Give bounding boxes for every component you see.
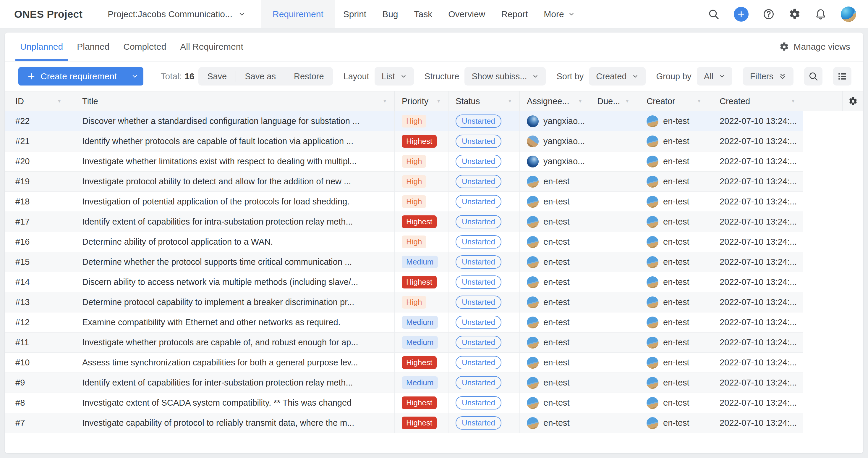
table-row[interactable]: #7Investigate capability of protocol to …	[5, 413, 803, 433]
cell-assignee[interactable]: en-test	[520, 272, 590, 292]
cell-due[interactable]	[590, 393, 637, 413]
create-requirement-button[interactable]: Create requirement	[18, 67, 144, 86]
cell-priority[interactable]: Highest	[395, 353, 448, 372]
nav-tab-overview[interactable]: Overview	[440, 0, 493, 28]
nav-tab-sprint[interactable]: Sprint	[335, 0, 374, 28]
cell-status[interactable]: Unstarted	[448, 333, 520, 352]
detail-view-button[interactable]	[833, 67, 851, 86]
column-header-created[interactable]: Created▼	[709, 91, 803, 111]
cell-assignee[interactable]: yangxiao...	[520, 132, 590, 151]
cell-assignee[interactable]: en-test	[520, 252, 590, 272]
table-row[interactable]: #10Assess time synchronization capabilit…	[5, 353, 803, 373]
cell-priority[interactable]: Medium	[395, 312, 448, 332]
cell-title[interactable]: Examine compatibility with Ethernet and …	[69, 312, 395, 332]
cell-priority[interactable]: High	[395, 111, 448, 131]
nav-tab-more[interactable]: More	[536, 0, 582, 28]
view-tab-planned[interactable]: Planned	[77, 32, 110, 61]
view-tab-all-requirement[interactable]: All Requirement	[180, 32, 243, 61]
cell-status[interactable]: Unstarted	[448, 353, 520, 372]
search-icon[interactable]	[708, 8, 720, 20]
view-tab-unplanned[interactable]: Unplanned	[20, 32, 63, 61]
structure-dropdown[interactable]: Show subiss...	[464, 67, 546, 86]
cell-status[interactable]: Unstarted	[448, 111, 520, 131]
cell-due[interactable]	[590, 172, 637, 192]
cell-title[interactable]: Identify extent of capabilities for inte…	[69, 373, 395, 393]
cell-due[interactable]	[590, 292, 637, 312]
layout-dropdown[interactable]: List	[375, 67, 414, 86]
nav-tab-task[interactable]: Task	[406, 0, 440, 28]
table-row[interactable]: #8Investigate extent of SCADA system com…	[5, 393, 803, 413]
cell-assignee[interactable]: en-test	[520, 192, 590, 211]
cell-due[interactable]	[590, 111, 637, 131]
cell-title[interactable]: Investigate whether protocols are capabl…	[69, 333, 395, 352]
cell-assignee[interactable]: yangxiao...	[520, 151, 590, 171]
cell-title[interactable]: Investigate capability of protocol to re…	[69, 413, 395, 433]
cell-priority[interactable]: Highest	[395, 212, 448, 232]
column-filter-icon[interactable]: ▼	[57, 98, 62, 104]
cell-priority[interactable]: High	[395, 292, 448, 312]
nav-tab-requirement[interactable]: Requirement	[261, 0, 335, 28]
sort-by-dropdown[interactable]: Created	[589, 67, 645, 86]
nav-tab-report[interactable]: Report	[493, 0, 536, 28]
save-button[interactable]: Save	[198, 67, 236, 86]
cell-status[interactable]: Unstarted	[448, 132, 520, 151]
cell-title[interactable]: Assess time synchronization capabilities…	[69, 353, 395, 372]
cell-priority[interactable]: High	[395, 192, 448, 211]
cell-due[interactable]	[590, 312, 637, 332]
user-avatar[interactable]	[841, 6, 856, 22]
column-filter-icon[interactable]: ▼	[578, 98, 583, 104]
column-settings-button[interactable]	[843, 91, 863, 111]
cell-due[interactable]	[590, 373, 637, 393]
cell-assignee[interactable]: en-test	[520, 373, 590, 393]
table-row[interactable]: #20Investigate whether limitations exist…	[5, 151, 803, 172]
cell-priority[interactable]: Highest	[395, 132, 448, 151]
help-icon[interactable]	[763, 8, 775, 20]
settings-icon[interactable]	[789, 8, 801, 20]
table-row[interactable]: #14Discern ability to access network via…	[5, 272, 803, 292]
cell-due[interactable]	[590, 272, 637, 292]
cell-status[interactable]: Unstarted	[448, 373, 520, 393]
cell-status[interactable]: Unstarted	[448, 151, 520, 171]
table-row[interactable]: #15Determine whether the protocol suppor…	[5, 252, 803, 272]
table-row[interactable]: #18Investigation of potential applicatio…	[5, 192, 803, 212]
cell-status[interactable]: Unstarted	[448, 312, 520, 332]
cell-assignee[interactable]: en-test	[520, 212, 590, 232]
table-search-button[interactable]	[804, 67, 823, 86]
cell-due[interactable]	[590, 333, 637, 352]
cell-assignee[interactable]: yangxiao...	[520, 111, 590, 131]
table-row[interactable]: #16Determine ability of protocol applica…	[5, 232, 803, 252]
column-header-id[interactable]: ID▼	[5, 91, 69, 111]
cell-assignee[interactable]: en-test	[520, 353, 590, 372]
table-row[interactable]: #22Discover whether a standardised confi…	[5, 111, 803, 132]
cell-priority[interactable]: Highest	[395, 413, 448, 433]
view-tab-completed[interactable]: Completed	[123, 32, 166, 61]
table-row[interactable]: #9Identify extent of capabilities for in…	[5, 373, 803, 393]
cell-title[interactable]: Investigate extent of SCADA system compa…	[69, 393, 395, 413]
cell-assignee[interactable]: en-test	[520, 333, 590, 352]
column-filter-icon[interactable]: ▼	[625, 98, 630, 104]
create-requirement-main[interactable]: Create requirement	[18, 67, 126, 86]
cell-status[interactable]: Unstarted	[448, 292, 520, 312]
cell-priority[interactable]: Highest	[395, 272, 448, 292]
column-header-status[interactable]: Status▼	[448, 91, 520, 111]
cell-title[interactable]: Determine whether the protocol supports …	[69, 252, 395, 272]
cell-title[interactable]: Discover whether a standardised configur…	[69, 111, 395, 131]
column-filter-icon[interactable]: ▼	[382, 98, 387, 104]
cell-due[interactable]	[590, 132, 637, 151]
cell-assignee[interactable]: en-test	[520, 312, 590, 332]
cell-title[interactable]: Investigate protocol ability to detect a…	[69, 172, 395, 192]
cell-assignee[interactable]: en-test	[520, 393, 590, 413]
table-row[interactable]: #12Examine compatibility with Ethernet a…	[5, 312, 803, 333]
filters-button[interactable]: Filters	[743, 67, 794, 86]
cell-status[interactable]: Unstarted	[448, 192, 520, 211]
cell-status[interactable]: Unstarted	[448, 212, 520, 232]
cell-assignee[interactable]: en-test	[520, 413, 590, 433]
cell-priority[interactable]: High	[395, 151, 448, 171]
table-row[interactable]: #17Identify extent of capabilities for i…	[5, 212, 803, 232]
cell-priority[interactable]: Medium	[395, 252, 448, 272]
cell-title[interactable]: Determine ability of protocol applicatio…	[69, 232, 395, 252]
nav-tab-bug[interactable]: Bug	[374, 0, 406, 28]
cell-status[interactable]: Unstarted	[448, 393, 520, 413]
cell-priority[interactable]: High	[395, 172, 448, 192]
create-requirement-dropdown[interactable]	[126, 67, 144, 86]
